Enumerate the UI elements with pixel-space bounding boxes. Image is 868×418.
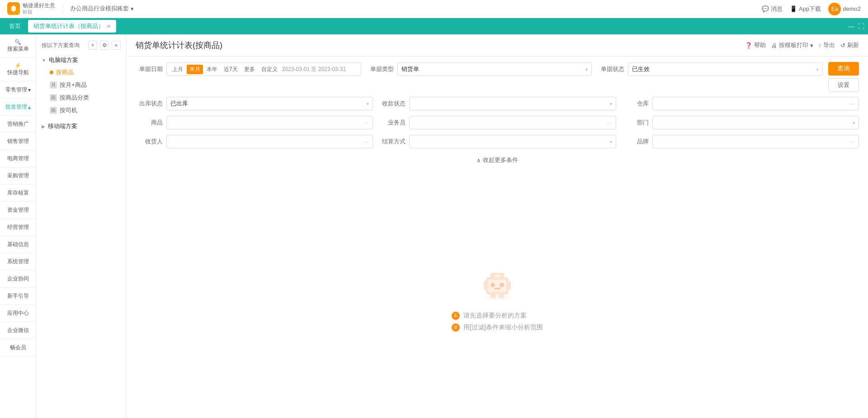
- dept-select[interactable]: ▾: [652, 116, 859, 129]
- filter-brand-field: 品牌 ···: [622, 134, 859, 149]
- outstatus-value: 已出库: [170, 100, 188, 108]
- print-icon: 🖨: [771, 42, 777, 49]
- settings-button[interactable]: 设置: [828, 78, 859, 92]
- sidebar-item-member[interactable]: 畅会员: [0, 339, 36, 356]
- sidebar-wholesale-label: 批发管理: [5, 103, 27, 111]
- date-tab-this-month[interactable]: 本月: [187, 65, 203, 74]
- doctype-select[interactable]: 销货单 ▾: [397, 62, 592, 76]
- tab-close-icon[interactable]: ✕: [107, 24, 111, 29]
- sidebar-item-finance[interactable]: 资金管理: [0, 202, 36, 219]
- collapse-button[interactable]: ∧ 收起更多条件: [476, 156, 518, 164]
- industry-selector[interactable]: 办公用品行业模拟账套 ▾: [70, 5, 134, 13]
- app-download-button[interactable]: 📱 App下载: [790, 5, 821, 13]
- sidebar-item-collab[interactable]: 企业协同: [0, 271, 36, 288]
- sidebar-item-retail[interactable]: 零售管理 ▾: [0, 81, 36, 99]
- sidebar-item-ops[interactable]: 经营管理: [0, 219, 36, 236]
- scheme-item-by-category[interactable]: 回 按商品分类: [36, 91, 126, 104]
- divider: [62, 4, 63, 13]
- tab-home[interactable]: 首页: [4, 20, 26, 33]
- docstatus-label: 单据状态: [597, 65, 624, 73]
- doctype-caret-icon: ▾: [585, 67, 588, 72]
- date-tab-custom[interactable]: 自定义: [259, 65, 280, 74]
- settings-scheme-button[interactable]: ⚙: [100, 41, 109, 50]
- sidebar-basic-label: 基础信息: [2, 241, 34, 248]
- sidebar-system-label: 系统管理: [2, 258, 34, 266]
- doctype-label: 单据类型: [367, 65, 394, 73]
- outstatus-caret-icon: ▾: [367, 101, 369, 106]
- print-link[interactable]: 🖨 按模板打印 ▾: [771, 41, 813, 49]
- svg-rect-11: [499, 294, 504, 298]
- date-tab-this-year[interactable]: 本年: [204, 65, 220, 74]
- pc-scheme-header[interactable]: ▼ 电脑端方案: [36, 54, 126, 66]
- sidebar-item-wechat[interactable]: 企业微信: [0, 322, 36, 339]
- warehouse-dots-icon[interactable]: ···: [849, 100, 855, 107]
- filter-doctype-field: 单据类型 销货单 ▾: [367, 62, 592, 76]
- sidebar-appcenter-label: 应用中心: [2, 309, 34, 317]
- salesman-dots-icon[interactable]: ···: [607, 119, 612, 126]
- sidebar-item-purchase[interactable]: 采购管理: [0, 167, 36, 185]
- sidebar-item-marketing[interactable]: 营销推广: [0, 116, 36, 133]
- date-tab-more[interactable]: 更多: [241, 65, 258, 74]
- page-content: 按以下方案查询 + ⚙ « ▼ 电脑端方案 按商品: [36, 34, 868, 418]
- tab-maximize-icon[interactable]: ⛶: [858, 23, 864, 30]
- sidebar-item-quicknav[interactable]: ⚡ 快捷导航: [0, 58, 36, 81]
- goods-dots-icon[interactable]: ···: [364, 119, 369, 126]
- receiptstatus-select[interactable]: ▾: [409, 97, 616, 110]
- brand-dots-icon[interactable]: ···: [849, 138, 855, 145]
- sidebar-item-appcenter[interactable]: 应用中心: [0, 305, 36, 322]
- date-tab-last-month[interactable]: 上月: [170, 65, 186, 74]
- date-tabs: 上月 本月 本年 近7天 更多 自定义: [170, 65, 280, 74]
- sidebar-item-wholesale[interactable]: 批发管理 ▴: [0, 99, 36, 116]
- sidebar-sales-label: 销售管理: [2, 138, 34, 145]
- tab-sales-stat[interactable]: 销货单统计计表（按商品） ✕: [28, 20, 116, 33]
- pc-scheme-label: 电脑端方案: [49, 56, 78, 64]
- sidebar-item-search[interactable]: 🔍 搜索菜单: [0, 34, 36, 58]
- scheme-item-by-product[interactable]: 按商品: [36, 66, 126, 79]
- salesman-input[interactable]: ···: [409, 116, 616, 129]
- msg-button[interactable]: 💬 消息: [762, 5, 783, 13]
- refresh-link[interactable]: ↺ 刷新: [840, 41, 859, 49]
- collapse-label: 收起更多条件: [483, 156, 518, 164]
- logo-text-group: 畅捷通好生意 标版: [23, 2, 55, 15]
- sidebar-item-system[interactable]: 系统管理: [0, 253, 36, 271]
- receiver-dots-icon[interactable]: ···: [364, 138, 369, 145]
- receiver-input[interactable]: ···: [166, 135, 373, 148]
- sidebar-item-ecommerce[interactable]: 电商管理: [0, 150, 36, 167]
- scheme-by-month-label: 按月+商品: [60, 81, 87, 89]
- sidebar-item-guide[interactable]: 新手引导: [0, 288, 36, 305]
- user-area[interactable]: Ea demo2: [828, 3, 861, 15]
- scheme-by-category-label: 按商品分类: [60, 94, 89, 102]
- sidebar-member-label: 畅会员: [2, 344, 34, 352]
- add-scheme-button[interactable]: +: [88, 41, 97, 50]
- retail-arrow-icon: ▾: [28, 87, 31, 93]
- sidebar-item-inventory[interactable]: 库存核算: [0, 185, 36, 202]
- help-link[interactable]: ❓ 帮助: [745, 41, 766, 49]
- filter-salesman-field: 业务员 ···: [378, 115, 616, 130]
- settlement-select[interactable]: ▾: [409, 135, 616, 148]
- mobile-scheme-label: 移动端方案: [48, 122, 77, 130]
- tab-minimize-icon[interactable]: —: [848, 23, 854, 30]
- scheme-item-by-driver[interactable]: 回 按司机: [36, 104, 126, 117]
- refresh-icon: ↺: [840, 42, 845, 49]
- outstatus-label: 出库状态: [136, 100, 163, 108]
- filter-row-4: 收货人 ··· 结算方式 ▾: [136, 134, 859, 149]
- query-button[interactable]: 查询: [828, 62, 859, 76]
- mobile-scheme-header[interactable]: ▶ 移动端方案: [36, 120, 126, 132]
- outstatus-select[interactable]: 已出库 ▾: [166, 97, 373, 110]
- quicknav-icon: ⚡: [2, 62, 34, 69]
- sidebar-item-sales[interactable]: 销售管理: [0, 133, 36, 150]
- date-tab-7days[interactable]: 近7天: [221, 65, 241, 74]
- docstatus-value: 已生效: [632, 65, 650, 73]
- date-selector[interactable]: 上月 本月 本年 近7天 更多 自定义 2023-03-01 至 2023-03…: [166, 62, 361, 76]
- docstatus-select[interactable]: 已生效 ▾: [628, 62, 823, 76]
- goods-input[interactable]: ···: [166, 116, 373, 129]
- sidebar-item-basic[interactable]: 基础信息: [0, 236, 36, 253]
- export-link[interactable]: ↑ 导出: [819, 41, 835, 49]
- svg-point-0: [484, 295, 511, 300]
- filter-row-2: 出库状态 已出库 ▾ 收款状态 ▾: [136, 96, 859, 111]
- scheme-item-by-month-product[interactable]: 月 按月+商品: [36, 79, 126, 91]
- collapse-panel-button[interactable]: «: [112, 41, 121, 50]
- brand-input[interactable]: ···: [652, 135, 859, 148]
- warehouse-input[interactable]: ···: [652, 97, 859, 110]
- collapse-up-icon: ∧: [476, 157, 481, 164]
